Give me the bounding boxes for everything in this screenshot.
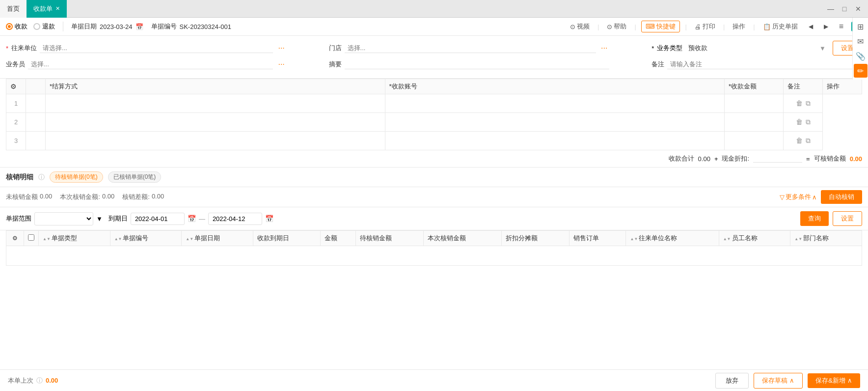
- shortcut-btn[interactable]: ⌨ 快捷键: [641, 21, 680, 32]
- discount-label: 现金折扣:: [722, 154, 749, 163]
- tab-home[interactable]: 首页: [0, 0, 27, 18]
- row2-amount[interactable]: [385, 113, 725, 132]
- video-btn[interactable]: ⊙ 视频: [567, 21, 593, 32]
- store-more-btn[interactable]: ···: [599, 44, 609, 52]
- range-select[interactable]: [34, 212, 93, 225]
- radio-refund[interactable]: 退款: [33, 22, 55, 31]
- copy-icon-1[interactable]: ⧉: [806, 99, 811, 108]
- calendar-from-icon[interactable]: 📅: [188, 215, 196, 223]
- panel-attachment-icon[interactable]: 📎: [854, 49, 868, 63]
- counterpart-input[interactable]: [40, 43, 273, 53]
- maximize-btn[interactable]: □: [839, 3, 850, 15]
- discount-input[interactable]: [753, 155, 802, 163]
- abandon-btn[interactable]: 放弃: [715, 373, 749, 389]
- more-conditions-btn[interactable]: ▽ 更多条件 ∧: [780, 193, 817, 201]
- radio-receipt[interactable]: 收款: [6, 22, 27, 31]
- bth-bill-date: ▲▼单据日期: [182, 231, 253, 246]
- draft-caret-icon[interactable]: ∧: [789, 377, 794, 384]
- salesman-input[interactable]: [28, 59, 273, 69]
- row1-account[interactable]: [46, 94, 385, 113]
- close-btn[interactable]: ✕: [852, 3, 864, 15]
- select-all-checkbox[interactable]: [28, 234, 34, 241]
- info-circle-icon: ⓘ: [38, 173, 45, 182]
- date-dash: —: [199, 215, 205, 223]
- auto-verify-btn[interactable]: 自动核销: [821, 190, 862, 204]
- date-field: 单据日期 2023-03-24 📅: [71, 22, 143, 31]
- row3-note[interactable]: [725, 132, 784, 150]
- bth-sales-order: 销售订单: [569, 231, 626, 246]
- list-view-btn[interactable]: ≡: [836, 21, 846, 32]
- history-btn[interactable]: 📋 历史单据: [760, 21, 801, 32]
- date-from-input[interactable]: [131, 213, 185, 225]
- draft-btn-label: 保存草稿: [762, 376, 787, 385]
- row2-settle[interactable]: [26, 113, 46, 132]
- caret-up-icon: ∧: [812, 194, 817, 201]
- copy-icon-3[interactable]: ⧉: [806, 137, 811, 145]
- receipt-table: ⚙ *结算方式 *收款账号 *收款金额 备注 操作 1: [6, 79, 862, 150]
- prev-btn[interactable]: ◀: [806, 22, 816, 31]
- current-verify-label: 本次核销金额:: [60, 193, 100, 201]
- summary-input[interactable]: [345, 59, 610, 69]
- panel-mail-icon[interactable]: ✉: [854, 34, 868, 48]
- row2-note[interactable]: [725, 113, 784, 132]
- bth-current-amount: 本次核销金额: [423, 231, 501, 246]
- operation-btn[interactable]: 操作: [730, 21, 748, 32]
- row3-amount[interactable]: [385, 132, 725, 150]
- save-new-caret-icon[interactable]: ∧: [847, 377, 852, 384]
- query-settings-btn[interactable]: 设置: [833, 211, 862, 226]
- delete-icon-3[interactable]: 🗑: [796, 137, 803, 145]
- query-buttons: 查询 设置: [800, 211, 862, 226]
- panel-edit-icon[interactable]: ✏: [854, 64, 868, 78]
- next-btn[interactable]: ▶: [821, 22, 831, 31]
- store-input[interactable]: [345, 43, 596, 53]
- row1-note[interactable]: [725, 94, 784, 113]
- bth-dept: ▲▼部门名称: [790, 231, 862, 246]
- plus-sign: +: [714, 155, 718, 163]
- row3-settle[interactable]: [26, 132, 46, 150]
- biz-type-caret[interactable]: ▼: [819, 45, 826, 52]
- store-field: 门店 ···: [329, 43, 610, 53]
- bth-bill-no: ▲▼单据编号: [110, 231, 182, 246]
- copy-icon-2[interactable]: ⧉: [806, 118, 811, 126]
- video-icon: ⊙: [570, 23, 575, 30]
- salesman-field: 业务员 ···: [6, 59, 287, 69]
- bth-settings[interactable]: ⚙: [6, 231, 24, 246]
- calendar-to-icon[interactable]: 📅: [265, 215, 273, 223]
- history-label: 历史单据: [772, 22, 798, 31]
- row2-account[interactable]: [46, 113, 385, 132]
- tab-receipt[interactable]: 收款单 ✕: [27, 0, 67, 18]
- date-to-input[interactable]: [208, 213, 262, 225]
- tab-verified[interactable]: 已核销单据(0笔): [108, 171, 162, 183]
- footer-right: 放弃 保存草稿 ∧ 保存&新增 ∧: [715, 373, 860, 389]
- video-label: 视频: [577, 22, 590, 31]
- th-settings[interactable]: ⚙: [6, 79, 26, 94]
- minimize-btn[interactable]: —: [825, 3, 837, 15]
- delete-icon-1[interactable]: 🗑: [796, 99, 803, 108]
- panel-table-icon[interactable]: ⊞: [854, 20, 868, 33]
- note-input[interactable]: [667, 59, 862, 69]
- salesman-more-btn[interactable]: ···: [276, 60, 286, 68]
- bth-counterpart: ▲▼往来单位名称: [626, 231, 719, 246]
- bth-bill-type: ▲▼单据类型: [39, 231, 110, 246]
- row3-account[interactable]: [46, 132, 385, 150]
- print-label: 打印: [703, 22, 715, 31]
- row1-settle[interactable]: [26, 94, 46, 113]
- main-area: 收款 退款 单据日期 2023-03-24 📅 单据编号 SK-20230324…: [0, 18, 868, 391]
- help-btn[interactable]: ⊙ 帮助: [604, 21, 629, 32]
- row1-amount[interactable]: [385, 94, 725, 113]
- print-btn[interactable]: 🖨 打印: [692, 21, 718, 32]
- tab-close-icon[interactable]: ✕: [55, 5, 60, 12]
- tab-pending[interactable]: 待核销单据(0笔): [50, 171, 103, 183]
- query-btn[interactable]: 查询: [800, 211, 829, 226]
- calendar-icon[interactable]: 📅: [136, 23, 143, 30]
- current-verify-value: 0.00: [102, 193, 114, 201]
- section-title: 核销明细: [6, 173, 33, 182]
- save-new-btn[interactable]: 保存&新增 ∧: [808, 373, 860, 388]
- counterpart-more-btn[interactable]: ···: [276, 44, 286, 52]
- top-toolbar: 收款 退款 单据日期 2023-03-24 📅 单据编号 SK-20230324…: [0, 18, 868, 36]
- draft-btn[interactable]: 保存草稿 ∧: [754, 373, 803, 389]
- th-account: *收款账号: [385, 79, 725, 94]
- due-date-field: 到期日 📅 — 📅: [108, 213, 273, 225]
- payment-type-group: 收款 退款: [6, 22, 55, 31]
- delete-icon-2[interactable]: 🗑: [796, 118, 803, 126]
